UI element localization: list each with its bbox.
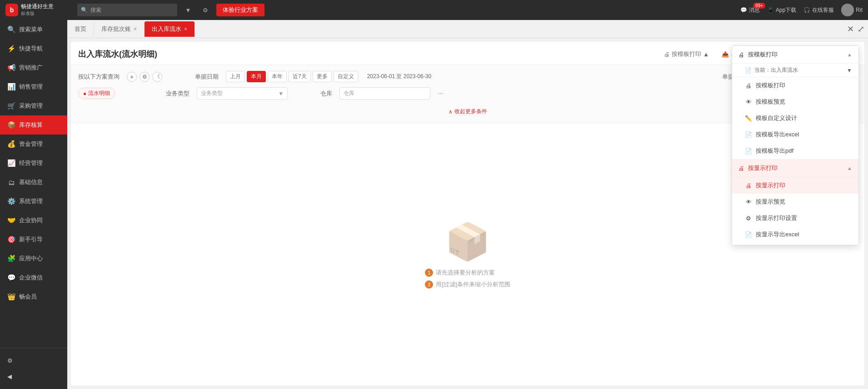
empty-tip-2: 2 用[过滤]条件来缩小分析范围 [425, 280, 510, 289]
filter-add-btn[interactable]: + [127, 72, 137, 82]
dropdown-template-print-header[interactable]: 🖨 按模板打印 ▲ [732, 46, 858, 64]
tab-batch-account[interactable]: 库存批次账 × [94, 21, 145, 37]
dropdown-template-custom-label: 模板自定义设计 [756, 114, 797, 122]
template-print-section-icon: 🖨 [738, 51, 744, 58]
sidebar-item-search[interactable]: 🔍 搜索菜单 [0, 20, 67, 39]
filter-collapse-btn[interactable]: 《 [152, 72, 162, 82]
sidebar-item-inventory[interactable]: 📦 库存核算 [0, 115, 67, 135]
warehouse-label: 仓库 [320, 90, 332, 98]
sidebar-item-label: 系统管理 [19, 197, 43, 205]
tab-inout-label: 出入库流水 [152, 25, 181, 33]
sidebar-item-quick-nav[interactable]: ⚡ 快捷导航 [0, 39, 67, 58]
template-custom-icon: ✏️ [745, 115, 752, 122]
filter-setting-btn[interactable]: ⚙ [140, 72, 150, 82]
warehouse-more[interactable]: ⋯ [438, 90, 444, 97]
sidebar-item-label: 基础信息 [19, 178, 43, 186]
sidebar-item-wechat[interactable]: 💬 企业微信 [0, 268, 67, 287]
date-curr-year[interactable]: 本年 [268, 71, 287, 82]
tab-inout-close[interactable]: × [184, 26, 187, 32]
industry-btn[interactable]: 体验行业方案 [216, 4, 264, 16]
tab-home[interactable]: 首页 [71, 21, 94, 37]
filter-tag-label: 流水明细 [88, 90, 110, 97]
current-template-chevron: ▼ [847, 67, 852, 74]
search-dropdown-btn[interactable]: ▼ [182, 4, 195, 16]
sidebar-item-system[interactable]: ⚙️ 系统管理 [0, 192, 67, 211]
sidebar-item-vip[interactable]: 👑 畅会员 [0, 287, 67, 306]
tab-batch-close[interactable]: × [134, 26, 137, 32]
sidebar-item-guide[interactable]: 🎯 新手引导 [0, 230, 67, 249]
empty-tip-1: 1 请先选择要分析的方案 [425, 269, 510, 277]
sidebar-item-finance[interactable]: 💰 资金管理 [0, 135, 67, 154]
tab-inout-flow[interactable]: 出入库流水 × [145, 21, 195, 37]
app-download-label: App下载 [776, 6, 796, 14]
sidebar-item-label: 采购管理 [19, 102, 43, 110]
template-preview-icon: 👁 [745, 98, 752, 105]
sidebar: 🔍 搜索菜单 ⚡ 快捷导航 📢 营销推广 📊 销售管理 🛒 采购管理 📦 库存核… [0, 20, 67, 389]
display-print-icon: 🖨 [745, 182, 752, 189]
tab-expand-btn[interactable]: ⤢ [858, 24, 864, 34]
sidebar-item-label: 快捷导航 [19, 45, 43, 53]
warehouse-select[interactable]: 仓库 [339, 87, 430, 100]
sidebar-item-label: 应用中心 [19, 254, 43, 263]
sidebar-item-label: 畅会员 [19, 293, 37, 301]
dropdown-display-preview[interactable]: 👁 按显示预览 [732, 194, 858, 210]
tab-bar: 首页 库存批次账 × 出入库流水 × ✕ ⤢ [67, 20, 868, 38]
dropdown-display-settings[interactable]: ⚙ 按显示打印设置 [732, 210, 858, 226]
sidebar-item-label: 经营管理 [19, 159, 43, 167]
top-settings-icon[interactable]: ⚙ [199, 4, 212, 16]
purchase-icon: 🛒 [7, 102, 15, 110]
display-preview-icon: 👁 [745, 198, 752, 205]
display-settings-icon: ⚙ [745, 214, 752, 222]
sidebar-item-sales[interactable]: 📊 销售管理 [0, 77, 67, 96]
app-download-btn[interactable]: 📱 App下载 [767, 6, 796, 14]
dropdown-template-preview[interactable]: 👁 按模板预览 [732, 94, 858, 110]
sidebar-item-purchase[interactable]: 🛒 采购管理 [0, 96, 67, 115]
date-custom[interactable]: 自定义 [334, 71, 358, 82]
sidebar-item-marketing[interactable]: 📢 营销推广 [0, 58, 67, 77]
bottom-settings-icon: ⚙ [7, 357, 13, 364]
date-last-7[interactable]: 近7天 [289, 71, 311, 82]
date-prev-month[interactable]: 上月 [226, 71, 245, 82]
sidebar-item-operations[interactable]: 📈 经营管理 [0, 154, 67, 173]
headset-icon: 🎧 [803, 7, 810, 13]
dropdown-template-excel[interactable]: 📄 按模板导出excel [732, 126, 858, 143]
message-badge: 99+ [753, 3, 765, 9]
collapse-conditions-btn[interactable]: ∧ 收起更多条件 [445, 106, 491, 117]
dropdown-display-pdf[interactable]: 📄 按显示导出pdf [732, 243, 858, 245]
sidebar-settings-btn[interactable]: ⚙ [0, 353, 67, 369]
page-title: 出入库流水(流水明细) [78, 49, 157, 60]
date-curr-month[interactable]: 本月 [247, 71, 266, 82]
dropdown-display-excel[interactable]: 📄 按显示导出excel [732, 226, 858, 243]
online-service-btn[interactable]: 🎧 在线客服 [803, 6, 834, 14]
dropdown-template-print[interactable]: 🖨 按模板打印 [732, 77, 858, 94]
tab-close-all-btn[interactable]: ✕ [847, 24, 854, 34]
dropdown-template-pdf[interactable]: 📄 按模板导出pdf [732, 143, 858, 159]
sidebar-item-corp[interactable]: 🤝 企业协同 [0, 211, 67, 230]
dropdown-template-print-label: 按模板打印 [756, 81, 785, 90]
dropdown-display-print[interactable]: 🖨 按显示打印 [732, 177, 858, 194]
sidebar-collapse-btn[interactable]: ◀ [0, 369, 67, 384]
tab-bar-right: ✕ ⤢ [847, 24, 864, 34]
sidebar-item-apps[interactable]: 🧩 应用中心 [0, 249, 67, 268]
template-print-btn[interactable]: 🖨 按模板打印 ▲ [660, 48, 713, 60]
filter-label: 按以下方案查询 [78, 73, 120, 81]
dropdown-display-print-header[interactable]: 🖨 按显示打印 ▲ [732, 160, 858, 177]
filter-tag[interactable]: ● 流水明细 [78, 88, 115, 99]
app-badge: 标准版 [21, 10, 54, 17]
current-template-icon: 📄 [745, 67, 752, 74]
sidebar-item-label: 企业协同 [19, 216, 43, 224]
export-icon: 📤 [722, 51, 729, 58]
dropdown-template-custom[interactable]: ✏️ 模板自定义设计 [732, 110, 858, 126]
sidebar-item-basic[interactable]: 🗂 基础信息 [0, 173, 67, 192]
biz-type-select[interactable]: 业务类型 ▼ [197, 87, 288, 100]
top-search[interactable]: 🔍 搜索 [77, 4, 177, 16]
message-btn[interactable]: 💬 消息 99+ [740, 6, 760, 14]
sidebar-item-label: 销售管理 [19, 83, 43, 91]
dropdown-display-excel-label: 按显示导出excel [756, 230, 799, 239]
guide-icon: 🎯 [7, 235, 15, 244]
sidebar-item-label: 企业微信 [19, 274, 43, 282]
tip1-num: 1 [425, 269, 433, 277]
biz-type-label: 业务类型 [166, 90, 190, 98]
user-avatar[interactable]: Rit [841, 4, 863, 16]
date-more[interactable]: 更多 [313, 71, 332, 82]
